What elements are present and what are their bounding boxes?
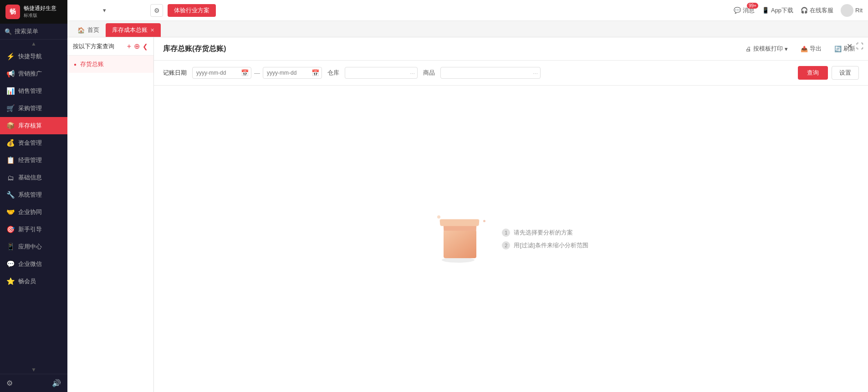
page-title: 库存总账(存货总账) bbox=[163, 44, 226, 54]
side-panel-title: 按以下方案查询 bbox=[73, 42, 114, 51]
filter-bar: 记账日期 📅 — 📅 仓库 ··· 商 bbox=[154, 61, 868, 86]
nav-icon-inventory: 📦 bbox=[6, 122, 15, 130]
export-btn[interactable]: 📤 导出 bbox=[797, 43, 825, 55]
topbar-settings-btn[interactable]: ⚙ bbox=[150, 4, 163, 17]
print-btn[interactable]: 🖨 按模板打印 ▾ bbox=[742, 43, 791, 55]
nav-icon-basic: 🗂 bbox=[6, 174, 15, 182]
nav-icon-guide: 🎯 bbox=[6, 225, 15, 234]
trial-btn[interactable]: 体验行业方案 bbox=[168, 4, 216, 17]
sidebar-item-wechat[interactable]: 💬 企业微信 bbox=[0, 255, 67, 273]
product-select-wrap: ··· bbox=[440, 67, 541, 79]
sidebar-item-purchase[interactable]: 🛒 采购管理 bbox=[0, 100, 67, 117]
warehouse-input[interactable] bbox=[345, 67, 418, 79]
sidebar-item-basic[interactable]: 🗂 基础信息 bbox=[0, 169, 67, 186]
topbar: ▾ ⚙ 体验行业方案 💬 消息 99+ 📱 App下载 🎧 在线客服 Rit bbox=[67, 0, 868, 21]
sidebar-item-cooperation[interactable]: 🤝 企业协同 bbox=[0, 204, 67, 221]
app-name: 畅捷通好生意 bbox=[24, 5, 56, 12]
empty-state: 1 请先选择要分析的方案 2 用[过滤]条件来缩小分析范围 bbox=[154, 86, 868, 392]
side-panel-actions: + ⊕ ❮ bbox=[127, 42, 148, 51]
date-end-wrap: 📅 bbox=[263, 67, 322, 79]
nav-label-inventory: 库存核算 bbox=[18, 122, 42, 130]
settings-btn[interactable]: 设置 bbox=[832, 66, 859, 80]
main-content: 库存总账(存货总账) 🖨 按模板打印 ▾ 📤 导出 🔄 刷新 bbox=[154, 37, 868, 392]
main-area: ▾ ⚙ 体验行业方案 💬 消息 99+ 📱 App下载 🎧 在线客服 Rit bbox=[67, 0, 868, 392]
query-btn[interactable]: 查询 bbox=[798, 66, 828, 80]
topbar-right: 💬 消息 99+ 📱 App下载 🎧 在线客服 Rit bbox=[734, 4, 863, 17]
app-download-btn[interactable]: 📱 App下载 bbox=[762, 6, 793, 15]
topbar-dropdown-icon[interactable]: ▾ bbox=[103, 7, 106, 14]
nav-icon-quick-nav: ⚡ bbox=[6, 52, 15, 61]
app-logo: 畅 畅捷通好生意 标准版 bbox=[0, 0, 67, 24]
add-scheme-btn[interactable]: + bbox=[127, 42, 131, 51]
sidebar-item-guide[interactable]: 🎯 新手引导 bbox=[0, 221, 67, 238]
online-support-btn[interactable]: 🎧 在线客服 bbox=[801, 6, 833, 15]
nav-label-quick-nav: 快捷导航 bbox=[18, 52, 42, 61]
side-panel: 按以下方案查询 + ⊕ ❮ ● 存货总账 bbox=[67, 37, 154, 392]
nav-label-system: 系统管理 bbox=[18, 191, 42, 199]
tabs-bar: 🏠 首页 库存成本总账 ✕ bbox=[67, 21, 868, 37]
date-end-input[interactable] bbox=[263, 67, 322, 79]
scheme-inventory-ledger[interactable]: ● 存货总账 bbox=[67, 56, 153, 73]
tab-inventory-cost-label: 库存成本总账 bbox=[112, 26, 148, 34]
date-dash: — bbox=[254, 70, 260, 76]
scroll-down[interactable]: ▼ bbox=[0, 366, 67, 374]
app-download-label: App下载 bbox=[771, 6, 793, 15]
close-panel-btn[interactable]: ✕ bbox=[846, 41, 853, 51]
user-avatar-area[interactable]: Rit bbox=[841, 4, 863, 17]
nav-icon-app-center: 📱 bbox=[6, 243, 15, 251]
app-badge: 标准版 bbox=[24, 12, 56, 19]
nav-label-wechat: 企业微信 bbox=[18, 260, 42, 268]
home-icon: 🏠 bbox=[77, 27, 85, 34]
manage-scheme-btn[interactable]: ⊕ bbox=[134, 42, 140, 51]
product-input[interactable] bbox=[440, 67, 541, 79]
product-label: 商品 bbox=[423, 69, 435, 77]
sidebar-item-app-center[interactable]: 📱 应用中心 bbox=[0, 238, 67, 255]
sidebar-item-system[interactable]: 🔧 系统管理 bbox=[0, 186, 67, 204]
sidebar-item-member[interactable]: ⭐ 畅会员 bbox=[0, 273, 67, 290]
resize-btn[interactable]: ⛶ bbox=[855, 41, 864, 51]
date-range-group: 📅 — 📅 bbox=[192, 67, 322, 79]
sidebar-item-sales[interactable]: 📊 销售管理 bbox=[0, 82, 67, 100]
avatar bbox=[841, 4, 853, 17]
empty-hint-2: 2 用[过滤]条件来缩小分析范围 bbox=[502, 241, 588, 249]
tab-close-icon[interactable]: ✕ bbox=[150, 27, 154, 33]
tab-home-label: 首页 bbox=[87, 26, 99, 34]
content-wrapper: 按以下方案查询 + ⊕ ❮ ● 存货总账 库存总账(存货总账) 🖨 bbox=[67, 37, 868, 392]
message-btn[interactable]: 💬 消息 99+ bbox=[734, 6, 755, 15]
sidebar-item-quick-nav[interactable]: ⚡ 快捷导航 bbox=[0, 48, 67, 65]
nav-icon-marketing: 📢 bbox=[6, 70, 15, 78]
scroll-up[interactable]: ▲ bbox=[0, 40, 67, 48]
empty-illustration bbox=[434, 212, 488, 266]
hint2-text: 用[过滤]条件来缩小分析范围 bbox=[514, 241, 588, 249]
speaker-icon[interactable]: 🔊 bbox=[52, 379, 61, 387]
nav-icon-wechat: 💬 bbox=[6, 260, 15, 268]
hint1-text: 请先选择要分析的方案 bbox=[514, 229, 573, 237]
sidebar-item-business[interactable]: 📋 经营管理 bbox=[0, 152, 67, 169]
nav-icon-system: 🔧 bbox=[6, 191, 15, 199]
search-menu-label: 搜索菜单 bbox=[15, 27, 38, 36]
phone-icon: 📱 bbox=[762, 7, 769, 14]
hint2-num: 2 bbox=[502, 241, 510, 249]
sidebar-item-inventory[interactable]: 📦 库存核算 bbox=[0, 117, 67, 134]
search-menu[interactable]: 🔍 搜索菜单 bbox=[0, 24, 67, 40]
tab-home[interactable]: 🏠 首页 bbox=[71, 23, 106, 37]
print-icon: 🖨 bbox=[745, 46, 751, 52]
settings-footer-icon[interactable]: ⚙ bbox=[6, 379, 13, 387]
sidebar: 畅 畅捷通好生意 标准版 🔍 搜索菜单 ▲ ⚡ 快捷导航 📢 营销推广 📊 销售… bbox=[0, 0, 67, 392]
sidebar-nav: ⚡ 快捷导航 📢 营销推广 📊 销售管理 🛒 采购管理 📦 库存核算 💰 资金管… bbox=[0, 48, 67, 366]
nav-icon-purchase: 🛒 bbox=[6, 104, 15, 112]
sidebar-item-marketing[interactable]: 📢 营销推广 bbox=[0, 65, 67, 82]
nav-icon-finance: 💰 bbox=[6, 139, 15, 147]
collapse-panel-btn[interactable]: ❮ bbox=[143, 43, 148, 50]
nav-label-purchase: 采购管理 bbox=[18, 104, 42, 112]
empty-hint-1: 1 请先选择要分析的方案 bbox=[502, 229, 588, 237]
sidebar-item-finance[interactable]: 💰 资金管理 bbox=[0, 134, 67, 152]
inventory-ledger-label: 存货总账 bbox=[80, 60, 104, 68]
tab-inventory-cost[interactable]: 库存成本总账 ✕ bbox=[106, 23, 161, 37]
nav-label-marketing: 营销推广 bbox=[18, 70, 42, 78]
user-name: Rit bbox=[855, 7, 863, 14]
page-header-actions: 🖨 按模板打印 ▾ 📤 导出 🔄 刷新 bbox=[742, 43, 859, 55]
date-start-input[interactable] bbox=[192, 67, 251, 79]
nav-icon-member: ⭐ bbox=[6, 277, 15, 285]
print-dropdown-icon[interactable]: ▾ bbox=[785, 46, 788, 52]
